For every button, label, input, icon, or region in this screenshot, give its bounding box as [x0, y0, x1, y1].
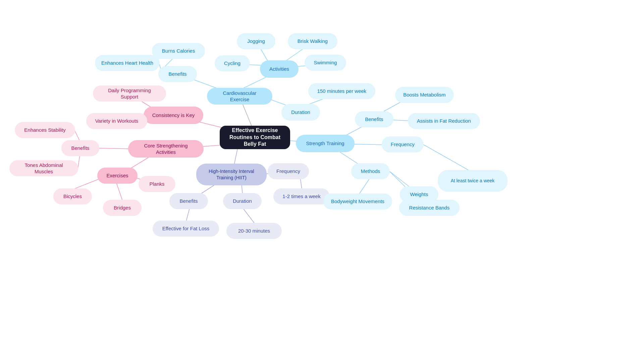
hiit-duration-node: Duration [223, 193, 262, 209]
cycling-node: Cycling [215, 55, 250, 71]
bodyweight-node: Bodyweight Movements [323, 193, 392, 209]
swimming-node: Swimming [305, 55, 346, 71]
planks-node: Planks [139, 176, 175, 192]
cardiovascular-node: Cardiovascular Exercise [207, 88, 272, 105]
svg-line-34 [423, 144, 473, 173]
1-2times-node: 1-2 times a week [273, 188, 330, 204]
enhances-stability-node: Enhances Stability [15, 122, 75, 138]
activities-node: Activities [260, 60, 299, 78]
svg-line-25 [186, 208, 190, 221]
boosts-metabolism-node: Boosts Metabolism [395, 87, 454, 103]
duration-cardio-node: Duration [281, 104, 320, 121]
bicycles-node: Bicycles [53, 188, 92, 204]
brisk-walking-node: Brisk Walking [288, 33, 337, 49]
weights-node: Weights [400, 186, 438, 202]
effective-fat-node: Effective for Fat Loss [153, 221, 219, 237]
150min-node: 150 minutes per week [308, 83, 375, 99]
center-node: Effective Exercise Routines to Combat Be… [220, 126, 290, 149]
svg-line-29 [300, 178, 302, 189]
cardio-benefits-node: Benefits [158, 66, 197, 82]
consistency-node: Consistency is Key [144, 107, 203, 124]
exercises-node: Exercises [97, 168, 138, 184]
methods-node: Methods [351, 163, 390, 179]
bridges-node: Bridges [103, 200, 142, 216]
svg-line-38 [359, 177, 371, 194]
burns-calories-node: Burns Calories [152, 43, 205, 59]
20-30min-node: 20-30 minutes [226, 223, 282, 239]
at-least-twice-node: At least twice a week [438, 170, 507, 192]
frequency-st-node: Frequency [382, 136, 424, 153]
hiit-benefits-node: Benefits [169, 193, 208, 209]
core-benefits-node: Benefits [61, 140, 99, 156]
core-node: Core Strengthening Activities [128, 140, 204, 158]
strength-benefits-node: Benefits [355, 111, 393, 127]
tones-abdominal-node: Tones Abdominal Muscles [9, 160, 78, 176]
hiit-node: High-Intensity Interval Training (HIIT) [196, 164, 267, 185]
hiit-freq-node: Frequency [268, 163, 309, 179]
svg-line-27 [243, 208, 255, 224]
jogging-node: Jogging [237, 33, 275, 49]
strength-node: Strength Training [296, 135, 355, 152]
enhances-heart-node: Enhances Heart Health [95, 55, 160, 71]
assists-fat-node: Assists in Fat Reduction [408, 113, 480, 129]
variety-node: Variety in Workouts [86, 113, 147, 129]
daily-prog-node: Daily Programming Support [93, 85, 166, 102]
